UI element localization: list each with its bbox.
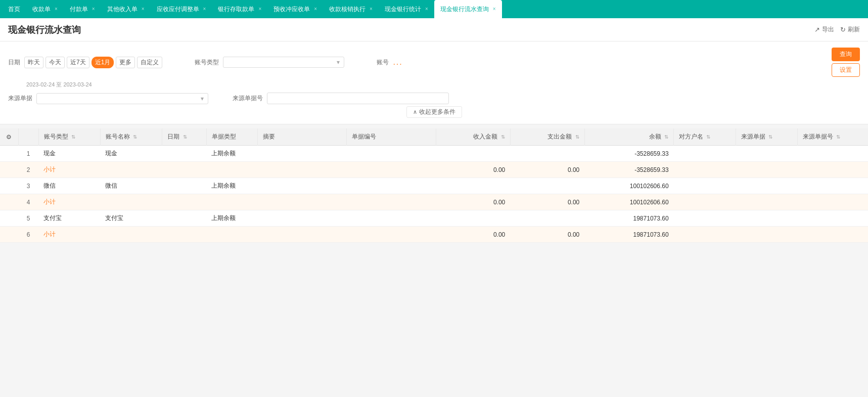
action-buttons: 查询 设置 bbox=[832, 48, 860, 77]
nav-collection-close[interactable]: × bbox=[370, 0, 373, 18]
source-doc-label: 来源单据 bbox=[8, 94, 32, 103]
cell-account-name: 支付宝 bbox=[100, 210, 162, 227]
collapse-button[interactable]: ∧ 收起更多条件 bbox=[406, 106, 462, 118]
table-row: 4 小计 0.00 0.00 100102606.60 bbox=[0, 194, 868, 210]
cell-date bbox=[162, 146, 206, 162]
col-expense[interactable]: 支出金额 ⇅ bbox=[510, 128, 584, 146]
nav-advance-close[interactable]: × bbox=[314, 0, 317, 18]
source-doc-filter-group: 来源单据 ▾ bbox=[8, 93, 208, 104]
nav-bank-deposit-close[interactable]: × bbox=[258, 0, 261, 18]
nav-other-income[interactable]: 其他收入单 × bbox=[101, 0, 151, 18]
sort-balance-icon: ⇅ bbox=[664, 134, 668, 140]
cell-index: 5 bbox=[18, 210, 38, 227]
nav-ar-ap[interactable]: 应收应付调整单 × bbox=[151, 0, 212, 18]
cell-income: 0.00 bbox=[436, 227, 510, 243]
date-1month[interactable]: 近1月 bbox=[92, 57, 114, 68]
cell-doc-no bbox=[347, 162, 436, 178]
page-header: 现金银行流水查询 ↗ 导出 ↻ 刷新 bbox=[0, 18, 868, 41]
source-doc-no-filter-group: 来源单据号 bbox=[233, 93, 449, 104]
nav-cash-bank-stats-close[interactable]: × bbox=[425, 0, 428, 18]
nav-ar-ap-label: 应收应付调整单 bbox=[157, 0, 199, 18]
nav-cash-bank-flow[interactable]: 现金银行流水查询 × bbox=[434, 0, 502, 18]
source-doc-select[interactable]: ▾ bbox=[36, 93, 208, 104]
table-row: 3 微信 微信 上期余额 100102606.60 bbox=[0, 178, 868, 194]
cell-date bbox=[162, 210, 206, 227]
cell-expense bbox=[510, 146, 584, 162]
cell-doc-type bbox=[206, 194, 257, 210]
cell-balance: 100102606.60 bbox=[584, 194, 673, 210]
cell-source-doc-no bbox=[798, 227, 868, 243]
cell-doc-no bbox=[347, 227, 436, 243]
nav-advance[interactable]: 预收冲应收单 × bbox=[267, 0, 323, 18]
nav-cash-bank-flow-label: 现金银行流水查询 bbox=[440, 0, 489, 18]
col-date[interactable]: 日期 ⇅ bbox=[162, 128, 206, 146]
cell-summary bbox=[258, 227, 347, 243]
date-yesterday[interactable]: 昨天 bbox=[24, 57, 43, 68]
cell-index: 2 bbox=[18, 162, 38, 178]
account-dots[interactable]: ... bbox=[393, 58, 402, 67]
nav-cash-bank-stats[interactable]: 现金银行统计 × bbox=[379, 0, 434, 18]
date-filter-label: 日期 bbox=[8, 58, 20, 67]
refresh-button[interactable]: ↻ 刷新 bbox=[840, 25, 860, 34]
cell-source-doc-no bbox=[798, 146, 868, 162]
nav-collection[interactable]: 收款核销执行 × bbox=[323, 0, 379, 18]
nav-home[interactable]: 首页 bbox=[2, 0, 26, 18]
query-button[interactable]: 查询 bbox=[832, 48, 860, 61]
col-counterpart[interactable]: 对方户名 ⇅ bbox=[674, 128, 736, 146]
cell-expense: 0.00 bbox=[510, 162, 584, 178]
date-7days[interactable]: 近7天 bbox=[67, 57, 89, 68]
col-gear[interactable]: ⚙ bbox=[0, 128, 18, 146]
account-filter-group: 账号 ... bbox=[377, 58, 402, 67]
date-today[interactable]: 今天 bbox=[45, 57, 65, 68]
settings-button[interactable]: 设置 bbox=[832, 63, 860, 77]
source-doc-no-input[interactable] bbox=[267, 93, 449, 104]
table-container: ⚙ 账号类型 ⇅ 账号名称 ⇅ 日期 ⇅ 单据类型 摘要 bbox=[0, 128, 868, 243]
col-account-type[interactable]: 账号类型 ⇅ bbox=[38, 128, 100, 146]
nav-bank-deposit[interactable]: 银行存取款单 × bbox=[212, 0, 267, 18]
col-doc-no: 单据编号 bbox=[347, 128, 436, 146]
cell-summary bbox=[258, 210, 347, 227]
nav-receipt[interactable]: 收款单 × bbox=[26, 0, 64, 18]
col-balance[interactable]: 余额 ⇅ bbox=[584, 128, 673, 146]
col-income[interactable]: 收入金额 ⇅ bbox=[436, 128, 510, 146]
date-custom[interactable]: 自定义 bbox=[137, 57, 162, 68]
table-row: 1 现金 现金 上期余额 -3528659.33 bbox=[0, 146, 868, 162]
nav-home-label: 首页 bbox=[8, 0, 20, 18]
cell-expense: 0.00 bbox=[510, 194, 584, 210]
col-source-doc-no[interactable]: 来源单据号 ⇅ bbox=[798, 128, 868, 146]
cell-counterpart bbox=[674, 227, 736, 243]
cell-gear bbox=[0, 146, 18, 162]
sort-expense-icon: ⇅ bbox=[575, 134, 579, 140]
date-range-display: 2023-02-24 至 2023-03-24 bbox=[24, 81, 860, 89]
col-account-name[interactable]: 账号名称 ⇅ bbox=[100, 128, 162, 146]
account-type-select[interactable]: ▾ bbox=[223, 57, 344, 68]
nav-payment-close[interactable]: × bbox=[92, 0, 95, 18]
cell-date bbox=[162, 162, 206, 178]
collapse-label: 收起更多条件 bbox=[419, 108, 455, 116]
cell-doc-type bbox=[206, 162, 257, 178]
col-doc-no-label: 单据编号 bbox=[352, 133, 376, 140]
nav-ar-ap-close[interactable]: × bbox=[203, 0, 206, 18]
cell-account-name: 现金 bbox=[100, 146, 162, 162]
date-more[interactable]: 更多 bbox=[116, 57, 135, 68]
col-source-doc[interactable]: 来源单据 ⇅ bbox=[736, 128, 797, 146]
cell-income: 0.00 bbox=[436, 162, 510, 178]
export-button[interactable]: ↗ 导出 bbox=[814, 25, 834, 34]
cell-date bbox=[162, 194, 206, 210]
filter-row-2: 来源单据 ▾ 来源单据号 bbox=[8, 93, 860, 104]
cell-expense bbox=[510, 178, 584, 194]
col-account-type-label: 账号类型 bbox=[44, 133, 68, 140]
export-label: 导出 bbox=[822, 25, 834, 34]
nav-receipt-close[interactable]: × bbox=[55, 0, 58, 18]
cell-index: 3 bbox=[18, 178, 38, 194]
nav-advance-label: 预收冲应收单 bbox=[273, 0, 310, 18]
account-type-filter-group: 账号类型 ▾ bbox=[195, 57, 344, 68]
nav-other-income-close[interactable]: × bbox=[142, 0, 145, 18]
col-income-label: 收入金额 bbox=[473, 133, 497, 140]
col-summary-label: 摘要 bbox=[263, 133, 275, 140]
cell-expense: 0.00 bbox=[510, 227, 584, 243]
cell-doc-type: 上期余额 bbox=[206, 178, 257, 194]
nav-payment[interactable]: 付款单 × bbox=[64, 0, 101, 18]
nav-cash-bank-flow-close[interactable]: × bbox=[493, 0, 496, 18]
cell-index: 4 bbox=[18, 194, 38, 210]
